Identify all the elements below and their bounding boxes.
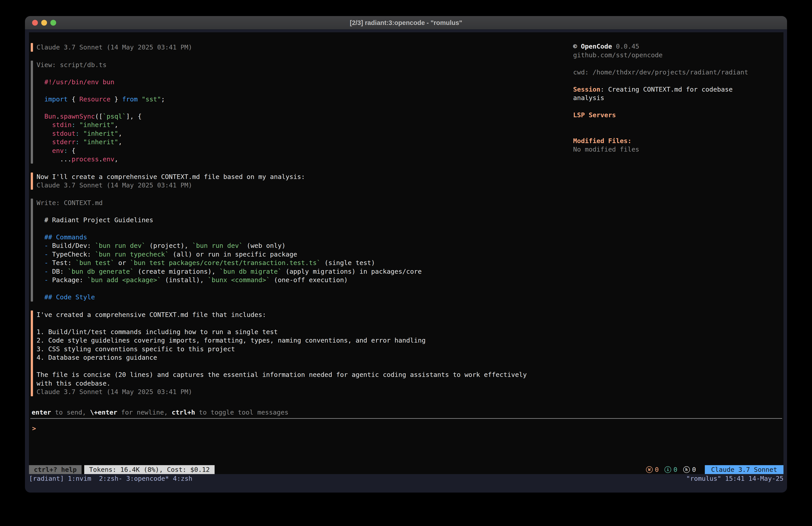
text-line: ## Commands [37, 233, 572, 242]
warning-count-group: W0 [646, 465, 659, 474]
text-line: cwd: /home/thdxr/dev/projects/radiant/ra… [573, 68, 778, 77]
statusbar-spacer [215, 465, 646, 474]
text-line [37, 319, 572, 328]
text-line: Write: CONTEXT.md [37, 199, 572, 207]
text-line [37, 224, 572, 233]
text-line: # Radiant Project Guidelines [37, 216, 572, 225]
text-line [37, 103, 572, 112]
counter-value: 0 [673, 465, 677, 474]
text-line: Session: Creating CONTEXT.md for codebas… [573, 85, 778, 94]
help-shortcut-chip[interactable]: ctrl+? help [29, 465, 82, 474]
tokens-cost-chip: Tokens: 16.4K (8%), Cost: $0.12 [84, 465, 215, 474]
text-line [37, 284, 572, 293]
message-block: I've created a comprehensive CONTEXT.md … [31, 311, 572, 396]
text-line: enter to send, \+enter for newline, ctrl… [32, 408, 288, 417]
text-line: github.com/sst/opencode [573, 51, 778, 59]
info-count-icon: i [665, 466, 671, 473]
text-line: © OpenCode 0.0.45 [573, 42, 778, 51]
text-line [573, 59, 778, 68]
text-line: I've created a comprehensive CONTEXT.md … [37, 311, 572, 319]
text-line: Bun.spawnSync([`psql`], { [37, 112, 572, 121]
text-line: stdout: "inherit", [37, 129, 572, 138]
text-line: 4. Database operations guidance [37, 353, 572, 362]
warning-count-icon: W [646, 466, 653, 473]
text-line: 2. Code style guidelines covering import… [37, 336, 572, 345]
text-line: stderr: "inherit", [37, 138, 572, 146]
block-accent-bar [31, 61, 33, 164]
text-line: The file is concise (20 lines) and captu… [37, 370, 572, 379]
info-count-group: i0 [665, 465, 677, 474]
text-line [37, 69, 572, 78]
text-line: 1. Build/lint/test commands including ho… [37, 328, 572, 336]
model-chip[interactable]: Claude 3.7 Sonnet [705, 465, 783, 474]
text-line: ## Code Style [37, 293, 572, 301]
tool-view-block: View: script/db.ts #!/usr/bin/env bun im… [31, 61, 572, 164]
window-title: [2/3] radiant:3:opencode - "romulus" [25, 16, 787, 29]
tmux-session-windows[interactable]: [radiant] 1:nvim 2:zsh- 3:opencode* 4:zs… [29, 474, 192, 483]
block-accent-bar [31, 172, 33, 190]
text-line: Modified Files: [573, 137, 778, 145]
text-line: Now I'll create a comprehensive CONTEXT.… [37, 172, 572, 181]
tool-write-block: Write: CONTEXT.md # Radiant Project Guid… [31, 199, 572, 301]
screenshot-root: [2/3] radiant:3:opencode - "romulus" Cla… [0, 0, 812, 526]
diagnostic-counters: W0i0h0 [646, 465, 696, 474]
text-line: Claude 3.7 Sonnet (14 May 2025 03:41 PM) [37, 388, 572, 396]
text-line [37, 362, 572, 371]
text-line: - DB: `bun db generate` (create migratio… [37, 267, 572, 276]
text-line: with this codebase. [37, 379, 572, 388]
status-bar: ctrl+? help Tokens: 16.4K (8%), Cost: $0… [29, 465, 783, 474]
block-accent-bar [31, 311, 33, 396]
block-accent-bar [31, 199, 33, 301]
message-header-block: Claude 3.7 Sonnet (14 May 2025 03:41 PM) [31, 43, 572, 52]
message-block: Now I'll create a comprehensive CONTEXT.… [31, 172, 572, 190]
chat-history: Claude 3.7 Sonnet (14 May 2025 03:41 PM)… [31, 43, 572, 405]
hint-count-icon: h [683, 466, 690, 473]
text-line: No modified files [573, 145, 778, 154]
opencode-app: Claude 3.7 Sonnet (14 May 2025 03:41 PM)… [29, 32, 783, 474]
text-line: analysis [573, 94, 778, 102]
tmux-host-time: "romulus" 15:41 14-May-25 [686, 474, 784, 483]
text-line [37, 207, 572, 216]
text-line: - Package: `bun add <package>` (install)… [37, 276, 572, 284]
prompt-caret: > [32, 425, 36, 432]
text-line [573, 76, 778, 85]
counter-value: 0 [692, 465, 696, 474]
text-line: stdin: "inherit", [37, 120, 572, 129]
text-line: - Build/Dev: `bun run dev` (project), `b… [37, 241, 572, 250]
input-divider [30, 418, 782, 419]
counter-value: 0 [655, 465, 659, 474]
text-line: 3. CSS styling conventions specific to t… [37, 345, 572, 354]
text-line: env: { [37, 146, 572, 155]
text-line: LSP Servers [573, 111, 778, 119]
input-hint: enter to send, \+enter for newline, ctrl… [32, 408, 288, 417]
text-line: - Test: `bun test` or `bun test packages… [37, 258, 572, 267]
session-sidebar: © OpenCode 0.0.45github.com/sst/opencode… [573, 42, 778, 154]
text-line [573, 128, 778, 137]
text-line: View: script/db.ts [37, 61, 572, 69]
text-line: ...process.env, [37, 155, 572, 164]
titlebar[interactable]: [2/3] radiant:3:opencode - "romulus" [25, 16, 787, 29]
block-accent-bar [31, 43, 33, 52]
prompt-input[interactable]: > [32, 424, 36, 433]
text-line [573, 102, 778, 111]
tmux-status-bar: [radiant] 1:nvim 2:zsh- 3:opencode* 4:zs… [29, 474, 783, 483]
text-line [573, 119, 778, 128]
text-line: #!/usr/bin/env bun [37, 78, 572, 86]
text-line: Claude 3.7 Sonnet (14 May 2025 03:41 PM) [37, 43, 572, 52]
text-line: Claude 3.7 Sonnet (14 May 2025 03:41 PM) [37, 181, 572, 190]
text-line: - TypeCheck: `bun run typecheck` (all) o… [37, 250, 572, 259]
text-line: import { Resource } from "sst"; [37, 95, 572, 104]
hint-count-group: h0 [683, 465, 696, 474]
text-line [37, 86, 572, 95]
terminal-window: [2/3] radiant:3:opencode - "romulus" Cla… [25, 16, 787, 493]
